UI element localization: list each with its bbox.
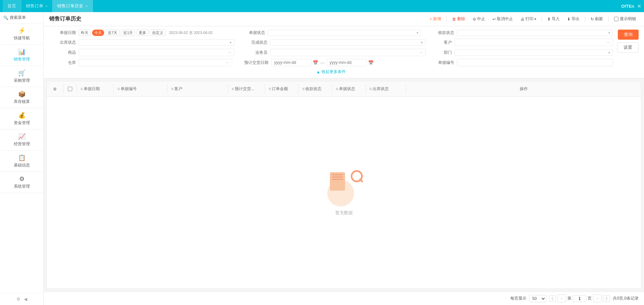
delivery-date-start-input[interactable]	[271, 59, 311, 66]
tab-sales-order-close[interactable]: ×	[45, 4, 47, 8]
query-button[interactable]: 查询	[618, 30, 639, 40]
sidebar-item-finance-mgmt[interactable]: 💰 资金管理	[0, 108, 43, 129]
sidebar-collapse-icon[interactable]: ◀	[24, 297, 27, 302]
print-label: 打印	[525, 16, 533, 22]
page-header: 销售订单历史 + 新增 🗑 删除 ⊘ 中止 ↩ 取消中止	[44, 12, 644, 26]
delete-icon: 🗑	[452, 17, 456, 22]
filter-area: 单据日期 昨天 今天 近7天 近1月 更多 自定义 2023-06-02 至 2…	[44, 26, 644, 78]
th-doc-date[interactable]: ⇅ 单据日期	[77, 84, 114, 94]
action-buttons: 查询 设置	[617, 30, 639, 52]
sidebar-item-ops-mgmt[interactable]: 📈 经营管理	[0, 129, 43, 151]
last-page-button[interactable]: ⟫	[603, 295, 610, 302]
content-area: 销售订单历史 + 新增 🗑 删除 ⊘ 中止 ↩ 取消中止	[44, 12, 644, 305]
print-button[interactable]: 🖨 打印 ▾	[518, 15, 539, 23]
prev-page-button[interactable]: ＜	[557, 295, 566, 302]
finance-icon: 💰	[18, 112, 26, 119]
th-doc-status[interactable]: ⇅ 单据状态	[332, 84, 366, 94]
th-settings[interactable]: ⚙	[47, 85, 63, 93]
page-title: 销售订单历史	[49, 15, 81, 23]
window-close-button[interactable]: ✕	[637, 3, 641, 9]
select-all-checkbox[interactable]	[68, 87, 72, 91]
tab-sales-order-history[interactable]: 销售订单历史 ×	[52, 0, 92, 12]
per-page-select[interactable]: 10 20 50 100	[529, 295, 546, 302]
th-doc-no[interactable]: ⇅ 单据编号	[114, 84, 168, 94]
display-detail-checkbox[interactable]	[614, 17, 618, 21]
customer-input[interactable]: ···	[455, 39, 613, 46]
refresh-button[interactable]: ↻ 刷新	[588, 15, 606, 23]
doc-status-select[interactable]: ▾	[268, 30, 421, 36]
th-customer-label: 客户	[174, 86, 182, 92]
date-btn-7days[interactable]: 近7天	[105, 30, 120, 36]
doc-no-input[interactable]	[457, 59, 613, 66]
outbound-status-chevron-icon: ▾	[230, 41, 231, 44]
filter-row-2: 出库状态 ▾ 完成状态 ▾	[49, 39, 613, 46]
date-btn-custom[interactable]: 自定义	[150, 30, 166, 36]
sidebar-settings-icon[interactable]: ⚙	[16, 297, 20, 302]
import-button[interactable]: ⬆ 导入	[545, 15, 562, 23]
table-footer: 每页显示 10 20 50 100 ⟪ ＜ 第 页 ＞ ⟫ 共0页,0条记录	[44, 292, 644, 305]
sidebar-item-system-mgmt[interactable]: ⚙ 系统管理	[0, 172, 43, 193]
salesperson-input[interactable]: ···	[270, 49, 426, 56]
sort-delivery-icon: ⇅	[231, 87, 234, 91]
sidebar: 🔍 搜索菜单 ⚡ 快捷导航 📊 销售管理 🛒 采购管理 📦 库存核算 💰 资金管…	[0, 12, 44, 305]
date-btn-today[interactable]: 今天	[92, 30, 104, 36]
date-btn-1month[interactable]: 近1月	[121, 30, 135, 36]
display-detail-toggle[interactable]: 显示明细	[611, 15, 639, 23]
cancel-stop-button[interactable]: ↩ 取消中止	[490, 15, 516, 23]
sidebar-item-quick-nav[interactable]: ⚡ 快捷导航	[0, 24, 43, 45]
inventory-icon: 📦	[18, 90, 26, 98]
doc-date-label: 单据日期	[49, 30, 76, 36]
sidebar-item-basic-info[interactable]: 📋 基础信息	[0, 151, 43, 172]
complete-status-select[interactable]: ▾	[270, 39, 426, 46]
th-checkbox[interactable]	[63, 85, 77, 93]
sort-payment-icon: ⇅	[302, 87, 305, 91]
table-settings-icon: ⚙	[53, 87, 57, 91]
sidebar-item-sales-mgmt[interactable]: 📊 销售管理	[0, 45, 43, 66]
delivery-date-end-input[interactable]	[327, 59, 367, 66]
delete-button[interactable]: 🗑 删除	[449, 15, 468, 23]
next-page-button[interactable]: ＞	[593, 295, 602, 302]
customer-ellipsis-icon: ···	[607, 40, 610, 45]
tab-sales-order[interactable]: 销售订单 ×	[21, 0, 52, 12]
tab-sales-order-history-close[interactable]: ×	[85, 4, 87, 8]
tab-bar: 首页 销售订单 × 销售订单历史 ×	[3, 0, 93, 12]
date-btn-more[interactable]: 更多	[136, 30, 148, 36]
first-page-button[interactable]: ⟪	[549, 295, 556, 302]
sidebar-search[interactable]: 🔍 搜索菜单	[0, 12, 43, 24]
delivery-date-start-icon[interactable]: 📅	[313, 60, 318, 65]
stop-button[interactable]: ⊘ 中止	[470, 15, 488, 23]
payment-status-select[interactable]: ▾	[457, 30, 613, 36]
refresh-label: 刷新	[595, 16, 603, 22]
date-btn-yesterday[interactable]: 昨天	[79, 30, 91, 36]
export-button[interactable]: ⬇ 导出	[564, 15, 582, 23]
warehouse-input[interactable]: ···	[79, 59, 232, 66]
sidebar-item-purchase-mgmt[interactable]: 🛒 采购管理	[0, 66, 43, 87]
th-outbound-status[interactable]: ⇅ 出库状态	[366, 84, 406, 94]
new-button[interactable]: + 新增	[427, 15, 444, 23]
set-button[interactable]: 设置	[617, 42, 639, 52]
sort-status-icon: ⇅	[336, 87, 338, 91]
product-input[interactable]: ···	[79, 49, 234, 56]
th-customer[interactable]: ⇅ 客户	[168, 84, 228, 94]
sort-outbound-icon: ⇅	[369, 87, 372, 91]
outbound-status-label: 出库状态	[49, 40, 76, 45]
th-status-label: 单据状态	[339, 86, 355, 92]
collapse-row[interactable]: ▲ 收起更多条件	[49, 69, 613, 75]
th-payment-status[interactable]: ⇅ 收款状态	[299, 84, 332, 94]
th-delivery-label: 预计交货...	[235, 86, 254, 92]
tab-home[interactable]: 首页	[3, 0, 21, 12]
outbound-status-select[interactable]: ▾	[79, 39, 234, 46]
import-label: 导入	[552, 16, 560, 22]
th-delivery-date[interactable]: ⇅ 预计交货...	[228, 84, 265, 94]
dept-select[interactable]: ▾	[455, 49, 613, 56]
new-label: 新增	[433, 16, 441, 22]
th-order-amount[interactable]: ⇅ 订单金额	[265, 84, 299, 94]
sort-amount-icon: ⇅	[268, 87, 271, 91]
delivery-date-end-icon[interactable]: 📅	[368, 60, 374, 65]
sidebar-item-inventory-check-label: 库存核算	[14, 99, 30, 105]
stop-label: 中止	[477, 16, 485, 22]
display-detail-label: 显示明细	[620, 16, 636, 22]
table-area: ⚙ ⇅ 单据日期 ⇅ 单据编号 ⇅ 客户 ⇅	[46, 81, 641, 289]
page-number-input[interactable]	[573, 295, 586, 302]
sidebar-item-inventory-check[interactable]: 📦 库存核算	[0, 87, 43, 108]
